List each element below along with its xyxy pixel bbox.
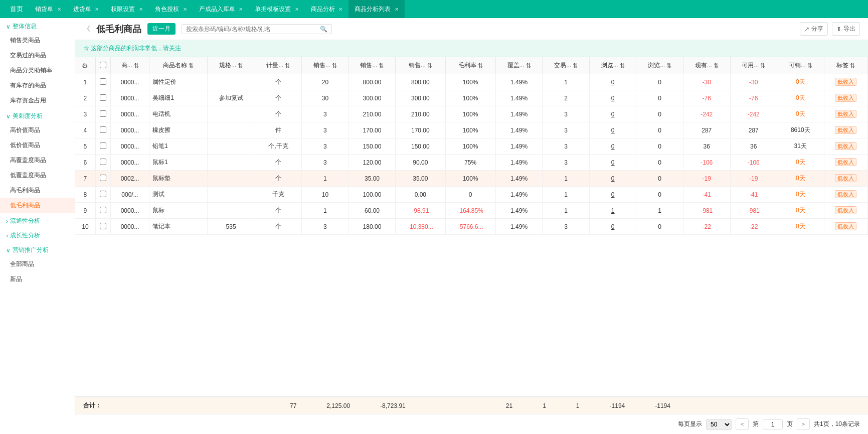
sidebar-group-circulation[interactable]: › 流通性分析 xyxy=(0,213,75,227)
cell-name[interactable]: 鼠标 xyxy=(149,203,207,219)
row-checkbox-9[interactable] xyxy=(100,223,106,229)
view1-link[interactable]: 0 xyxy=(611,143,615,150)
cell-checkbox[interactable] xyxy=(95,155,110,171)
col-code[interactable]: 商...⇅ xyxy=(110,57,149,74)
row-checkbox-0[interactable] xyxy=(100,78,106,85)
col-view2[interactable]: 浏览...⇅ xyxy=(636,57,683,74)
nav-close-role[interactable]: ✕ xyxy=(183,7,187,12)
next-page-button[interactable]: ＞ xyxy=(797,418,810,430)
cell-view1[interactable]: 0 xyxy=(589,219,636,235)
cell-view1[interactable]: 0 xyxy=(589,187,636,203)
row-checkbox-7[interactable] xyxy=(100,191,106,197)
sidebar-item-stock-capital[interactable]: 库存资金占用 xyxy=(0,93,75,108)
share-button[interactable]: ↗ 分享 xyxy=(800,22,828,36)
view1-link[interactable]: 0 xyxy=(611,191,615,198)
col-unit[interactable]: 计量...⇅ xyxy=(255,57,302,74)
col-spec[interactable]: 规格...⇅ xyxy=(207,57,255,74)
cell-name[interactable]: 电话机 xyxy=(149,106,207,122)
col-checkbox-all[interactable] xyxy=(95,57,110,74)
cell-checkbox[interactable] xyxy=(95,219,110,235)
cell-view1[interactable]: 0 xyxy=(589,74,636,90)
cell-name[interactable]: 铅笔1 xyxy=(149,138,207,155)
sidebar-item-category-rate[interactable]: 商品分类助销率 xyxy=(0,63,75,78)
sidebar-item-low-coverage[interactable]: 低覆盖度商品 xyxy=(0,168,75,183)
cell-name[interactable]: 笔记本 xyxy=(149,219,207,235)
nav-template[interactable]: 单据模板设置 ✕ xyxy=(249,0,305,18)
col-settings[interactable]: ⚙ xyxy=(75,57,95,74)
view1-link[interactable]: 1 xyxy=(611,207,615,214)
col-saleable[interactable]: 可销...⇅ xyxy=(777,57,824,74)
col-name[interactable]: 商品名称⇅ xyxy=(149,57,207,74)
row-checkbox-5[interactable] xyxy=(100,159,106,165)
col-sales-profit[interactable]: 销售...⇅ xyxy=(396,57,445,74)
sidebar-group-growth[interactable]: › 成长性分析 xyxy=(0,227,75,242)
nav-product-analysis-list[interactable]: 商品分析列表 ✕ xyxy=(349,0,405,18)
search-icon[interactable]: 🔍 xyxy=(320,26,327,33)
cell-checkbox[interactable] xyxy=(95,90,110,106)
sidebar-item-high-margin[interactable]: 高毛利商品 xyxy=(0,183,75,198)
cell-view1[interactable]: 0 xyxy=(589,138,636,155)
col-coverage[interactable]: 覆盖...⇅ xyxy=(495,57,543,74)
prev-page-button[interactable]: ＜ xyxy=(736,418,749,430)
sidebar-group-overall[interactable]: ∨ 整体信息 xyxy=(0,18,75,33)
nav-sales[interactable]: 销货单 ✕ xyxy=(29,0,67,18)
row-checkbox-3[interactable] xyxy=(100,126,106,133)
nav-product-analysis[interactable]: 商品分析 ✕ xyxy=(305,0,349,18)
view1-link[interactable]: 0 xyxy=(611,79,615,86)
sidebar-collapse-button[interactable]: 《 xyxy=(83,25,90,34)
col-sales-price[interactable]: 销售...⇅ xyxy=(349,57,396,74)
search-input[interactable] xyxy=(186,26,320,33)
col-sales-qty[interactable]: 销售...⇅ xyxy=(302,57,349,74)
sidebar-item-traded-products[interactable]: 交易过的商品 xyxy=(0,48,75,63)
cell-view1[interactable]: 0 xyxy=(589,122,636,138)
nav-close-product-analysis[interactable]: ✕ xyxy=(338,7,342,12)
col-gross-rate[interactable]: 毛利率⇅ xyxy=(445,57,495,74)
row-checkbox-2[interactable] xyxy=(100,110,106,117)
select-all-checkbox[interactable] xyxy=(100,62,106,68)
cell-view1[interactable]: 0 xyxy=(589,106,636,122)
page-number-input[interactable] xyxy=(763,419,783,429)
nav-close-product-analysis-list[interactable]: ✕ xyxy=(395,7,399,12)
row-checkbox-1[interactable] xyxy=(100,94,106,101)
view1-link[interactable]: 0 xyxy=(611,127,615,134)
col-settings-icon[interactable]: ⚙ xyxy=(82,62,88,70)
nav-close-product-entry[interactable]: ✕ xyxy=(239,7,243,12)
cell-view1[interactable]: 1 xyxy=(589,203,636,219)
cell-name[interactable]: 测试 xyxy=(149,187,207,203)
nav-role[interactable]: 角色授权 ✕ xyxy=(149,0,193,18)
col-transaction[interactable]: 交易...⇅ xyxy=(543,57,590,74)
cell-checkbox[interactable] xyxy=(95,106,110,122)
cell-checkbox[interactable] xyxy=(95,122,110,138)
nav-close-purchase[interactable]: ✕ xyxy=(95,7,99,12)
sidebar-item-all-products[interactable]: 全部商品 xyxy=(0,256,75,271)
view1-link[interactable]: 0 xyxy=(611,95,615,102)
sidebar-item-low-value[interactable]: 低价值商品 xyxy=(0,137,75,153)
sidebar-item-new-products[interactable]: 新品 xyxy=(0,271,75,286)
view1-link[interactable]: 0 xyxy=(611,223,615,230)
cell-view1[interactable]: 0 xyxy=(589,90,636,106)
cell-checkbox[interactable] xyxy=(95,74,110,90)
per-page-select[interactable]: 50 100 200 xyxy=(706,419,732,430)
sidebar-item-low-margin[interactable]: 低毛利商品 xyxy=(0,198,75,213)
col-current-stock[interactable]: 现有...⇅ xyxy=(683,57,730,74)
sidebar-item-high-coverage[interactable]: 高覆盖度商品 xyxy=(0,153,75,168)
col-available[interactable]: 可用...⇅ xyxy=(730,57,777,74)
sidebar-group-marketing[interactable]: ∨ 营销推广分析 xyxy=(0,242,75,256)
row-checkbox-6[interactable] xyxy=(100,175,106,181)
col-view1[interactable]: 浏览...⇅ xyxy=(589,57,636,74)
cell-name[interactable]: 橡皮擦 xyxy=(149,122,207,138)
row-checkbox-4[interactable] xyxy=(100,142,106,149)
nav-product-entry[interactable]: 产成品入库单 ✕ xyxy=(193,0,249,18)
sidebar-item-high-value[interactable]: 高价值商品 xyxy=(0,122,75,137)
export-button[interactable]: ⬆ 导出 xyxy=(832,22,860,36)
nav-close-template[interactable]: ✕ xyxy=(295,7,299,12)
cell-checkbox[interactable] xyxy=(95,203,110,219)
nav-purchase[interactable]: 进货单 ✕ xyxy=(67,0,105,18)
nav-close-permission[interactable]: ✕ xyxy=(139,7,143,12)
cell-name[interactable]: 吴细细1 xyxy=(149,90,207,106)
row-checkbox-8[interactable] xyxy=(100,207,106,213)
view1-link[interactable]: 0 xyxy=(611,175,615,182)
sidebar-group-beauty[interactable]: ∨ 美刺度分析 xyxy=(0,108,75,122)
cell-name[interactable]: 属性定价 xyxy=(149,74,207,90)
nav-permission[interactable]: 权限设置 ✕ xyxy=(105,0,149,18)
